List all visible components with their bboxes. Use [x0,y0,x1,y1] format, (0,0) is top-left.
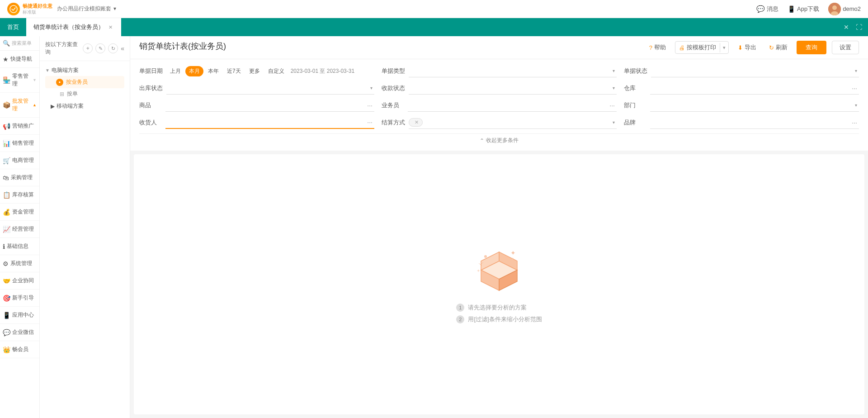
query-btn[interactable]: 查询 [797,41,826,54]
brand-control[interactable]: ··· [650,116,859,129]
sidebar-item-retail[interactable]: 🏪 零售管理 ▼ [0,68,39,93]
content-area: 销货单统计表(按业务员) ? 帮助 🖨 按模板打印 ▾ ⬇ 导出 [130,36,868,418]
doc-status-label: 单据状态 [624,67,647,75]
doc-type-control[interactable]: ▾ [409,65,617,77]
sidebar-item-corp[interactable]: 🤝 企业协同 [0,272,39,290]
maximize-window-btn[interactable]: ⛶ [854,22,864,33]
doc-status-control[interactable]: ▾ [651,65,859,77]
date-tab-this-year[interactable]: 本年 [204,66,222,76]
doc-status-select[interactable]: ▾ [651,68,859,73]
sidebar-item-purchase[interactable]: 🛍 采购管理 [0,169,39,186]
message-btn[interactable]: 💬 消息 [756,5,778,13]
add-scheme-btn[interactable]: + [83,43,93,53]
salesperson-control[interactable]: ··· [408,99,617,112]
date-tab-this-month[interactable]: 本月 [185,66,203,76]
out-status-select[interactable]: ▾ [166,86,374,90]
sidebar-item-wechat[interactable]: 💬 企业微信 [0,324,39,341]
filter-item-salesperson: 业务员 ··· [382,99,617,112]
sidebar-item-quick[interactable]: ★ 快捷导航 [0,51,39,68]
settlement-label: 结算方式 [382,119,405,127]
collapse-panel-btn[interactable]: « [121,45,124,52]
sidebar-search[interactable]: 🔍 搜索菜单 [0,36,39,51]
tab-bar: 首页 销货单统计表（按业务员） ✕ ✕ ⛶ [0,18,868,36]
dept-control[interactable]: ▾ [650,99,859,112]
left-panel: 按以下方案查询 + ✎ ↻ « ▼ 电脑端方案 [40,36,130,418]
dept-select[interactable]: ▾ [650,103,859,108]
page-title: 销货单统计表(按业务员) [139,41,226,56]
print-arrow-btn[interactable]: ▾ [720,43,728,52]
brand-dots-icon[interactable]: ··· [850,119,859,126]
help-btn[interactable]: ? 帮助 [646,42,670,53]
purchase-icon: 🛍 [3,174,9,181]
tab-report[interactable]: 销货单统计表（按业务员） ✕ [26,18,121,36]
sidebar-item-member[interactable]: 👑 畅会员 [0,341,39,358]
sidebar: 🔍 搜索菜单 ★ 快捷导航 🏪 零售管理 ▼ 📦 批发管理 ▲ 📢 营销推广 📊… [0,36,40,418]
user-menu[interactable]: demo2 [828,3,861,15]
filter-item-goods: 商品 ··· [139,99,374,112]
svg-point-0 [10,5,17,13]
sidebar-item-finance[interactable]: 💰 资金管理 [0,204,39,221]
salesperson-dots-icon[interactable]: ··· [608,102,617,109]
left-panel-actions: + ✎ ↻ « [83,43,124,53]
goods-dots-icon[interactable]: ··· [365,102,374,109]
chevron-down-icon: ▾ [613,120,615,125]
date-tab-custom[interactable]: 自定义 [264,66,288,76]
collapse-more-btn[interactable]: ⌃ 收起更多条件 [480,137,519,144]
settings-btn[interactable]: 设置 [832,41,859,54]
sidebar-item-system[interactable]: ⚙ 系统管理 [0,255,39,272]
sidebar-item-inventory[interactable]: 📋 库存核算 [0,186,39,204]
scheme-item-salesperson[interactable]: ● 按业务员 [45,76,124,88]
filter-item-recipient: 收货人 ··· [139,116,374,129]
dots-icon[interactable]: ··· [850,85,859,92]
refresh-scheme-btn[interactable]: ↻ [108,43,118,53]
settlement-tag: ✕ [409,118,423,127]
sidebar-item-sales[interactable]: 📊 销售管理 [0,135,39,152]
date-tab-more[interactable]: 更多 [245,66,264,76]
scheme-sub-item-by-order[interactable]: ⊞ 按单 [45,88,124,100]
tab-close-icon[interactable]: ✕ [107,24,114,31]
edit-scheme-btn[interactable]: ✎ [95,43,105,53]
retail-icon: 🏪 [3,76,10,84]
pay-status-select[interactable]: ▾ [409,86,617,90]
sales-icon: 📊 [3,140,10,147]
tip-num-2: 2 [456,315,464,323]
refresh-btn[interactable]: ↻ 刷新 [765,42,791,53]
sidebar-item-basic[interactable]: ℹ 基础信息 [0,238,39,255]
pay-status-control[interactable]: ▾ [409,82,617,95]
mobile-scheme-category[interactable]: ▶ 移动端方案 [45,100,124,112]
goods-control[interactable]: ··· [165,99,374,112]
tab-home[interactable]: 首页 [0,18,26,36]
filter-row-3: 商品 ··· 业务员 ··· 部门 [139,99,859,112]
export-btn[interactable]: ⬇ 导出 [734,42,760,53]
warehouse-control[interactable]: ··· [650,82,859,95]
recipient-dots-icon[interactable]: ··· [365,119,374,126]
sidebar-item-guide[interactable]: 🎯 新手引导 [0,290,39,307]
filter-item-doc-type: 单据类型 ▾ [382,65,617,77]
doc-type-select[interactable]: ▾ [409,68,617,73]
close-window-btn[interactable]: ✕ [841,22,852,33]
sidebar-item-marketing[interactable]: 📢 营销推广 [0,118,39,135]
date-range-display: 2023-03-01 至 2023-03-31 [291,67,354,75]
settlement-select[interactable]: ▾ [425,120,617,125]
print-main-btn[interactable]: 🖨 按模板打印 [675,42,720,53]
out-status-control[interactable]: ▾ [166,82,374,95]
settlement-control[interactable]: ✕ ▾ [409,116,617,129]
chevron-down-icon: ▾ [613,86,615,90]
window-controls: ✕ ⛶ [841,18,868,36]
settlement-clear-btn[interactable]: ✕ [415,119,419,125]
warehouse-label: 仓库 [624,84,646,92]
sidebar-item-operation[interactable]: 📈 经营管理 [0,221,39,238]
chevron-down-icon: ▾ [855,103,857,108]
pc-scheme-category[interactable]: ▼ 电脑端方案 [45,65,124,76]
sidebar-item-apps[interactable]: 📱 应用中心 [0,307,39,324]
sidebar-item-wholesale[interactable]: 📦 批发管理 ▲ [0,93,39,118]
message-icon: 💬 [756,5,765,13]
sidebar-item-ecom[interactable]: 🛒 电商管理 [0,152,39,169]
app-download-btn[interactable]: 📱 App下载 [788,5,819,13]
date-tab-last-month[interactable]: 上月 [166,66,184,76]
breadcrumb[interactable]: 办公用品行业模拟账套 ▾ [57,5,116,13]
date-tab-last7[interactable]: 近7天 [223,66,245,76]
print-btn[interactable]: 🖨 按模板打印 ▾ [675,41,729,54]
recipient-control[interactable]: ··· [165,116,374,129]
empty-state: ✦ ✦ 1 请先选择要分析的方案 2 用[过滤]条件来缩小分析范围 [134,154,864,414]
